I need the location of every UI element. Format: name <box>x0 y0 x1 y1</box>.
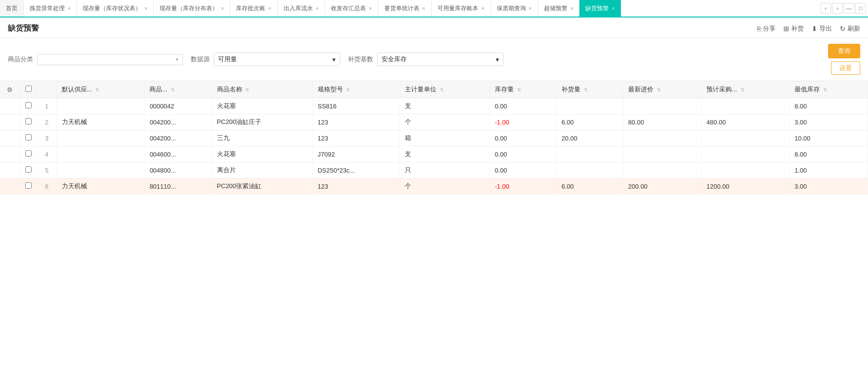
table-container: ⚙ 默认供应... ⇅ 商品... ⇅ 商品名称 ⇅ <box>0 81 868 194</box>
row-name-0: 火花塞 <box>212 98 312 114</box>
category-select[interactable]: ▾ <box>37 54 183 65</box>
row-check-2[interactable] <box>19 130 37 146</box>
sort-stock-icon: ⇅ <box>517 87 521 92</box>
close-tab-1[interactable]: × <box>68 5 71 11</box>
tab-stock-status[interactable]: 现存量（库存状况表） × <box>77 0 153 17</box>
settings-button[interactable]: 设置 <box>831 61 860 75</box>
tab-bar: 首页 拣货异常处理 × 现存量（库存状况表） × 现存量（库存分布表） × 库存… <box>0 0 868 18</box>
row-latest-price-4 <box>623 162 702 178</box>
tab-available-ledger[interactable]: 可用量库存账本 × <box>432 0 490 17</box>
row-name-4: 离合片 <box>212 162 312 178</box>
row-stock-1: -1.00 <box>489 114 556 130</box>
column-est-purchase[interactable]: 预计采购... ⇅ <box>702 81 790 98</box>
category-select-arrow: ▾ <box>176 56 179 63</box>
close-tab-8[interactable]: × <box>481 5 484 11</box>
datasource-select[interactable]: 可用量 ▾ <box>214 53 340 66</box>
row-check-5[interactable] <box>19 178 37 194</box>
close-tab-4[interactable]: × <box>268 5 271 11</box>
close-tab-10[interactable]: × <box>570 5 573 11</box>
row-stock-4: 0.00 <box>489 162 556 178</box>
row-checkbox-0[interactable] <box>25 102 32 108</box>
window-maximize-btn[interactable]: □ <box>855 3 866 14</box>
tab-overstock-warning[interactable]: 超储预警 × <box>538 0 579 17</box>
query-button[interactable]: 查询 <box>828 44 860 58</box>
tab-expiry-query[interactable]: 保质期查询 × <box>491 0 538 17</box>
close-tab-5[interactable]: × <box>316 5 319 11</box>
row-est-purchase-0 <box>702 98 790 114</box>
tab-inout-flow[interactable]: 出入库流水 × <box>278 0 325 17</box>
page-title: 缺货预警 <box>8 23 39 34</box>
close-tab-11[interactable]: × <box>612 5 615 11</box>
row-est-purchase-5: 1200.00 <box>702 178 790 194</box>
row-checkbox-4[interactable] <box>25 166 32 173</box>
close-tab-7[interactable]: × <box>422 5 425 11</box>
row-latest-price-2 <box>623 130 702 146</box>
row-stock-5: -1.00 <box>489 178 556 194</box>
window-minimize-btn[interactable]: — <box>844 3 854 14</box>
close-tab-9[interactable]: × <box>529 5 532 11</box>
datasource-value: 可用量 <box>218 55 237 64</box>
row-checkbox-1[interactable] <box>25 118 32 124</box>
row-min-stock-2: 10.00 <box>789 130 868 146</box>
tab-stock-dist[interactable]: 现存量（库存分布表） × <box>154 0 230 17</box>
refresh-icon: ↻ <box>840 25 846 33</box>
row-min-stock-3: 8.00 <box>789 146 868 162</box>
row-name-2: 三九 <box>212 130 312 146</box>
replenish-basis-select[interactable]: 安全库存 ▾ <box>377 53 504 66</box>
tab-batch-account[interactable]: 库存批次账 × <box>230 0 277 17</box>
row-check-1[interactable] <box>19 114 37 130</box>
tab-order-stats[interactable]: 要货单统计表 × <box>379 0 432 17</box>
close-tab-2[interactable]: × <box>144 5 147 11</box>
page-header: 缺货预警 ⎘ 分享 ⊞ 补货 ⬇ 导出 ↻ 刷新 <box>0 18 868 38</box>
row-num-5: 6 <box>37 178 56 194</box>
column-unit[interactable]: 主计量单位 ⇅ <box>400 81 490 98</box>
row-checkbox-5[interactable] <box>25 182 32 189</box>
row-spec-5: 123 <box>312 178 399 194</box>
sort-est-purchase-icon: ⇅ <box>741 87 744 92</box>
row-est-purchase-1: 480.00 <box>702 114 790 130</box>
refresh-button[interactable]: ↻ 刷新 <box>840 24 860 33</box>
filter-bar: 商品分类 ▾ 数据源 可用量 ▾ 补货基数 安全库存 ▾ <box>0 38 868 81</box>
column-spec[interactable]: 规格型号 ⇅ <box>312 81 399 98</box>
row-replenish-4 <box>556 162 623 178</box>
column-code[interactable]: 商品... ⇅ <box>145 81 212 98</box>
tab-prev-btn[interactable]: ‹ <box>820 3 831 14</box>
row-checkbox-2[interactable] <box>25 134 32 141</box>
row-latest-price-5: 200.00 <box>623 178 702 194</box>
column-stock[interactable]: 库存量 ⇅ <box>489 81 556 98</box>
close-tab-3[interactable]: × <box>221 5 224 11</box>
row-replenish-2: 20.00 <box>556 130 623 146</box>
share-button[interactable]: ⎘ 分享 <box>757 24 776 33</box>
row-settings-0 <box>0 98 19 114</box>
export-button[interactable]: ⬇ 导出 <box>812 24 832 33</box>
column-min-stock[interactable]: 最低库存 ⇅ <box>789 81 868 98</box>
tab-receive-summary[interactable]: 收发存汇总表 × <box>325 0 378 17</box>
check-all-checkbox[interactable] <box>25 86 32 92</box>
tab-shortage-warning[interactable]: 缺货预警 × <box>579 0 621 17</box>
sort-min-stock-icon: ⇅ <box>823 87 827 92</box>
row-latest-price-3 <box>623 146 702 162</box>
category-filter-group: 商品分类 ▾ <box>8 54 183 65</box>
row-name-5: PC200张紧油缸 <box>212 178 312 194</box>
row-name-1: PC200油缸庄子 <box>212 114 312 130</box>
row-check-0[interactable] <box>19 98 37 114</box>
row-check-4[interactable] <box>19 162 37 178</box>
column-name[interactable]: 商品名称 ⇅ <box>212 81 312 98</box>
row-check-3[interactable] <box>19 146 37 162</box>
column-supplier[interactable]: 默认供应... ⇅ <box>56 81 145 98</box>
tab-next-btn[interactable]: › <box>832 3 843 14</box>
row-spec-2: 123 <box>312 130 399 146</box>
table-body: 1 0000042 火花塞 SS816 支 0.00 8.00 2 力天机械 0… <box>0 98 868 194</box>
replenish-button[interactable]: ⊞ 补货 <box>783 24 804 33</box>
sort-replenish-icon: ⇅ <box>584 87 588 92</box>
sort-spec-icon: ⇅ <box>346 87 350 92</box>
column-latest-price[interactable]: 最新进价 ⇅ <box>623 81 702 98</box>
close-tab-6[interactable]: × <box>369 5 372 11</box>
tab-homepage[interactable]: 首页 <box>0 0 24 17</box>
tab-pick-exception[interactable]: 拣货异常处理 × <box>24 0 77 17</box>
column-replenish[interactable]: 补货量 ⇅ <box>556 81 623 98</box>
row-latest-price-0 <box>623 98 702 114</box>
row-checkbox-3[interactable] <box>25 150 32 157</box>
column-check-all[interactable] <box>19 81 37 98</box>
column-settings[interactable]: ⚙ <box>0 81 19 98</box>
